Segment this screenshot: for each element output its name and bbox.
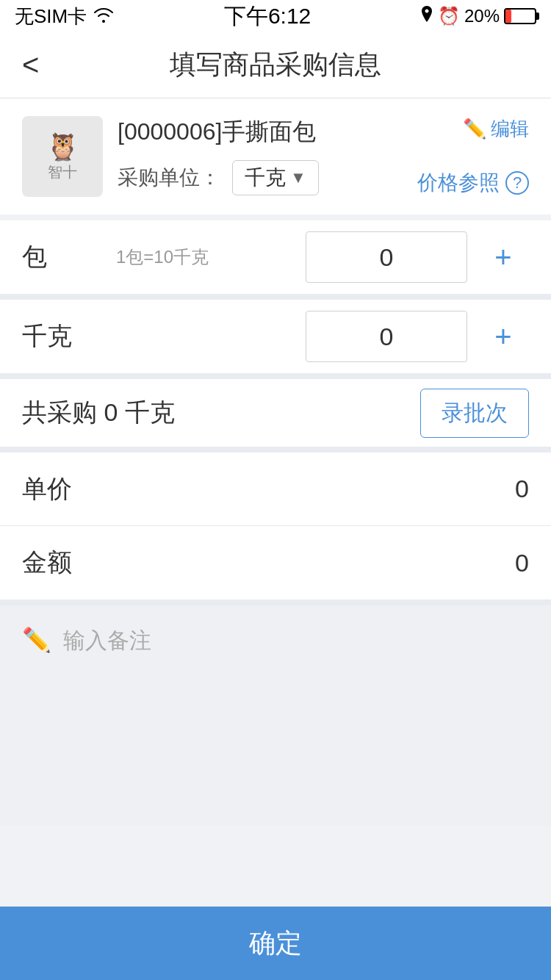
amount-row: 金额 0 (0, 526, 551, 599)
main-content: 包 1包=10千克 0 + 千克 0 + 共采购 0 千克 录批次 单价 0 (0, 220, 551, 826)
batch-button[interactable]: 录批次 (420, 389, 529, 438)
edit-label: 编辑 (491, 116, 529, 142)
status-bar-left: 无SIM卡 (15, 4, 115, 29)
kg-value-input[interactable]: 0 (306, 311, 467, 362)
unit-price-value: 0 (515, 475, 529, 503)
bag-input-section: 包 1包=10千克 0 + (0, 220, 551, 294)
bag-sub-label: 1包=10千克 (116, 245, 209, 269)
price-section: 单价 0 金额 0 (0, 453, 551, 605)
edit-pencil-icon: ✏️ (463, 118, 486, 140)
amount-value: 0 (515, 549, 529, 577)
section-divider-2 (0, 373, 551, 379)
product-thumbnail: 🦉 智十 (22, 116, 103, 197)
help-icon: ? (505, 171, 529, 195)
confirm-label: 确定 (249, 926, 302, 962)
battery-percent: 20% (464, 6, 500, 26)
product-card: 🦉 智十 [0000006]手撕面包 采购单位： 千克 ▼ ✏️ 编辑 价格参照… (0, 98, 551, 220)
section-divider-1 (0, 294, 551, 300)
status-bar: 无SIM卡 下午6:12 ⏰ 20% (0, 0, 551, 32)
location-icon (420, 6, 433, 26)
kg-input-section: 千克 0 + (0, 300, 551, 373)
bag-value: 0 (380, 243, 394, 272)
kg-input-row: 千克 0 + (0, 300, 551, 373)
summary-text: 共采购 0 千克 (22, 396, 420, 430)
carrier-text: 无SIM卡 (15, 4, 87, 29)
status-bar-right: ⏰ 20% (420, 6, 536, 26)
notes-pencil-icon: ✏️ (22, 626, 51, 654)
unit-dropdown[interactable]: 千克 ▼ (232, 160, 319, 195)
alarm-icon: ⏰ (438, 6, 460, 26)
chevron-down-icon: ▼ (290, 168, 306, 187)
notes-placeholder: 输入备注 (63, 626, 151, 656)
summary-row: 共采购 0 千克 录批次 (0, 379, 551, 453)
kg-plus-button[interactable]: + (478, 311, 529, 362)
bag-label: 包 (22, 240, 110, 274)
unit-value: 千克 (245, 164, 286, 192)
unit-price-row: 单价 0 (0, 453, 551, 526)
product-logo-text: 智十 (48, 162, 77, 182)
unit-price-label: 单价 (22, 472, 515, 506)
bag-input-row: 包 1包=10千克 0 + (0, 220, 551, 294)
nav-bar: < 填写商品采购信息 (0, 32, 551, 98)
kg-value: 0 (380, 323, 394, 351)
status-bar-time: 下午6:12 (224, 1, 311, 32)
price-ref-button[interactable]: 价格参照 ? (417, 169, 529, 197)
product-logo: 🦉 (46, 131, 79, 162)
confirm-button[interactable]: 确定 (0, 907, 551, 980)
bag-value-input[interactable]: 0 (306, 231, 467, 283)
edit-button[interactable]: ✏️ 编辑 (463, 116, 529, 142)
battery-icon (504, 8, 536, 24)
bag-plus-button[interactable]: + (478, 231, 529, 283)
amount-label: 金额 (22, 546, 515, 580)
wifi-icon (93, 5, 115, 28)
notes-area[interactable]: ✏️ 输入备注 (0, 605, 551, 826)
page-title: 填写商品采购信息 (170, 47, 381, 83)
kg-label: 千克 (22, 320, 110, 353)
back-button[interactable]: < (22, 48, 39, 82)
unit-label: 采购单位： (118, 164, 220, 192)
price-ref-label: 价格参照 (417, 169, 500, 197)
